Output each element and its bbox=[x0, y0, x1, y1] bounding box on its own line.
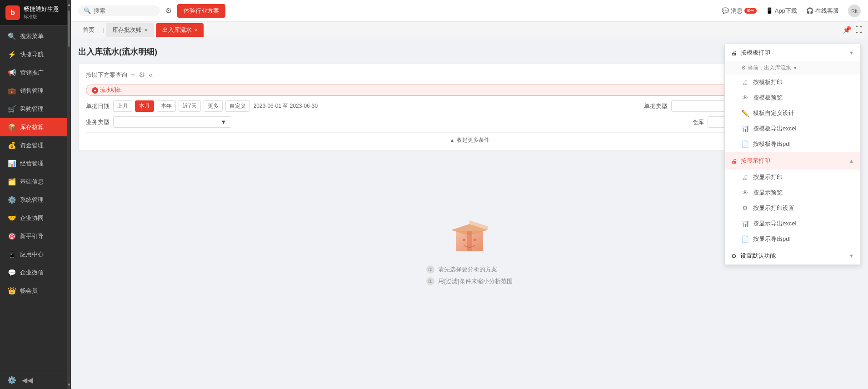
template-print-header[interactable]: 🖨 按模板打印 ▼ bbox=[725, 44, 860, 61]
sidebar-item-marketing[interactable]: 📢 营销推广 bbox=[0, 64, 67, 82]
sidebar-item-shortcut[interactable]: ⚡ 快捷导航 bbox=[0, 45, 67, 64]
display-preview-item[interactable]: 👁 按显示预览 bbox=[725, 185, 860, 200]
preview-icon-1: 👁 bbox=[741, 94, 748, 101]
sidebar-item-apps[interactable]: 📱 应用中心 bbox=[0, 245, 67, 264]
set-default-title: ⚙ 设置默认功能 bbox=[731, 252, 776, 260]
collapse-sidebar-icon[interactable]: ◀◀ bbox=[22, 376, 33, 384]
sidebar-item-guide[interactable]: 🎯 新手引导 bbox=[0, 227, 67, 245]
hint-num-1: ① bbox=[426, 265, 434, 274]
print-dropdown-panel: 🖨 按模板打印 ▼ ⚙ 当前：出入库流水 ▼ 🖨 按模板打印 👁 按模板预览 ✏… bbox=[724, 44, 861, 265]
message-item[interactable]: 💬 消息 99+ bbox=[722, 7, 757, 15]
sidebar-item-member[interactable]: 👑 畅会员 bbox=[0, 282, 67, 300]
expand-icon[interactable]: ⛶ bbox=[855, 26, 863, 34]
app-logo: b 畅捷通好生意 标准版 bbox=[0, 0, 67, 25]
system-icon: ⚙️ bbox=[7, 195, 16, 204]
sidebar-item-label-member: 畅会员 bbox=[20, 287, 38, 295]
collapse-filters-btn[interactable]: ▲ 收起更多条件 bbox=[449, 136, 489, 144]
finance-icon: 💰 bbox=[7, 141, 16, 150]
sidebar: b 畅捷通好生意 标准版 🔍 搜索菜单 ⚡ 快捷导航 📢 营销推广 💼 销售管理… bbox=[0, 0, 67, 389]
industry-btn[interactable]: 体验行业方案 bbox=[177, 4, 225, 18]
sidebar-scrollbar: ▲ ▼ bbox=[67, 0, 71, 389]
date-btn-more[interactable]: 更多 bbox=[204, 100, 223, 112]
date-btn-last-month[interactable]: 上月 bbox=[113, 100, 132, 112]
svg-point-5 bbox=[474, 239, 476, 241]
sidebar-item-label-marketing: 营销推广 bbox=[20, 69, 44, 77]
template-export-excel-item[interactable]: 📊 按模板导出excel bbox=[725, 121, 860, 136]
display-export-excel-item[interactable]: 📊 按显示导出excel bbox=[725, 216, 860, 231]
sidebar-item-label-search: 搜索菜单 bbox=[20, 32, 44, 40]
search-icon: 🔍 bbox=[84, 7, 91, 14]
close-tab-inventory-icon[interactable]: × bbox=[145, 27, 147, 33]
close-tab-inout-icon[interactable]: × bbox=[195, 27, 197, 33]
marketing-icon: 📢 bbox=[7, 68, 16, 77]
display-print-item[interactable]: 🖨 按显示打印 bbox=[725, 170, 860, 185]
user-avatar[interactable]: Rit bbox=[848, 5, 861, 17]
tab-inventory-batch[interactable]: 库存批次账 × bbox=[106, 23, 154, 37]
display-print-settings-item[interactable]: ⚙ 按显示打印设置 bbox=[725, 200, 860, 216]
template-design-item[interactable]: ✏️ 模板自定义设计 bbox=[725, 105, 860, 121]
sidebar-item-label-base: 基础信息 bbox=[20, 178, 44, 186]
sidebar-item-finance[interactable]: 💰 资金管理 bbox=[0, 136, 67, 155]
pdf-icon-2: 📄 bbox=[741, 235, 748, 243]
inventory-icon: 📦 bbox=[7, 123, 16, 132]
template-preview-item[interactable]: 👁 按模板预览 bbox=[725, 90, 860, 105]
filter-settings-icon[interactable]: ⚙ bbox=[139, 70, 145, 79]
sidebar-nav: 🔍 搜索菜单 ⚡ 快捷导航 📢 营销推广 💼 销售管理 🛒 采购管理 📦 库存核… bbox=[0, 25, 67, 371]
empty-state-icon bbox=[447, 213, 492, 258]
service-item[interactable]: 🎧 在线客服 bbox=[806, 7, 839, 15]
base-icon: 🗂️ bbox=[7, 177, 16, 186]
filter-collapse-icon[interactable]: « bbox=[149, 71, 153, 79]
excel-icon-2: 📊 bbox=[741, 220, 748, 227]
sidebar-item-system[interactable]: ⚙️ 系统管理 bbox=[0, 191, 67, 209]
date-btn-custom[interactable]: 自定义 bbox=[225, 100, 250, 112]
printer-icon-1: 🖨 bbox=[741, 79, 748, 86]
tab-inout-flow[interactable]: 出入库流水 × bbox=[156, 23, 204, 37]
sidebar-bottom: ⚙️ ◀◀ bbox=[0, 371, 67, 389]
sidebar-item-label-sales: 销售管理 bbox=[20, 87, 44, 95]
sidebar-item-inventory[interactable]: 📦 库存核算 bbox=[0, 118, 67, 136]
date-btn-7days[interactable]: 近7天 bbox=[179, 100, 201, 112]
sidebar-item-label-operations: 经营管理 bbox=[20, 160, 44, 168]
search-input[interactable] bbox=[94, 7, 148, 14]
topbar: 🔍 ⚙ 体验行业方案 💬 消息 99+ 📱 App下载 🎧 在线客服 Rit bbox=[71, 0, 868, 22]
business-type-select[interactable]: ▼ bbox=[113, 116, 231, 128]
display-print-header[interactable]: 🖨 按显示打印 ▲ bbox=[725, 152, 860, 170]
sidebar-item-operations[interactable]: 📊 经营管理 bbox=[0, 155, 67, 173]
current-chevron: ▼ bbox=[793, 65, 798, 70]
date-btn-this-year[interactable]: 本年 bbox=[157, 100, 176, 112]
set-default-header[interactable]: ⚙ 设置默认功能 ▼ bbox=[725, 247, 860, 264]
display-export-pdf-item[interactable]: 📄 按显示导出pdf bbox=[725, 231, 860, 247]
tab-home[interactable]: 首页 bbox=[76, 23, 101, 37]
set-default-chevron: ▼ bbox=[849, 253, 854, 259]
excel-icon-1: 📊 bbox=[741, 125, 748, 132]
template-print-item[interactable]: 🖨 按模板打印 bbox=[725, 75, 860, 90]
pin-tab-icon[interactable]: 📌 bbox=[843, 25, 852, 34]
svg-rect-3 bbox=[467, 231, 472, 251]
template-export-pdf-item[interactable]: 📄 按模板导出pdf bbox=[725, 136, 860, 152]
app-download-item[interactable]: 📱 App下载 bbox=[766, 7, 797, 15]
avatar-img: Rit bbox=[848, 5, 861, 17]
sidebar-item-search[interactable]: 🔍 搜索菜单 bbox=[0, 27, 67, 45]
headset-icon: 🎧 bbox=[806, 7, 813, 14]
sidebar-item-base[interactable]: 🗂️ 基础信息 bbox=[0, 173, 67, 191]
enterprise-icon: 🤝 bbox=[7, 214, 16, 223]
sidebar-item-label-inventory: 库存核算 bbox=[20, 123, 44, 131]
topbar-gear-icon[interactable]: ⚙ bbox=[165, 6, 172, 15]
search-icon: 🔍 bbox=[7, 32, 16, 41]
printer-icon-2: 🖨 bbox=[741, 174, 748, 181]
sidebar-item-enterprise[interactable]: 🤝 企业协同 bbox=[0, 209, 67, 227]
page-title: 出入库流水(流水明细) bbox=[78, 46, 157, 57]
date-btn-this-month[interactable]: 本月 bbox=[135, 100, 154, 112]
business-type-dropdown-icon: ▼ bbox=[220, 119, 226, 125]
sidebar-item-sales[interactable]: 💼 销售管理 bbox=[0, 82, 67, 100]
display-print-section: 🖨 按显示打印 ▲ 🖨 按显示打印 👁 按显示预览 ⚙ 按显示打印设置 📊 按显… bbox=[725, 152, 860, 247]
settings-bottom-icon[interactable]: ⚙️ bbox=[7, 376, 16, 384]
current-icon: ⚙ bbox=[741, 65, 746, 71]
sidebar-item-purchase[interactable]: 🛒 采购管理 bbox=[0, 100, 67, 118]
search-box[interactable]: 🔍 bbox=[78, 5, 160, 16]
sidebar-item-wechat[interactable]: 💬 企业微信 bbox=[0, 264, 67, 282]
filter-add-icon[interactable]: + bbox=[131, 71, 135, 79]
hint-item-2: ② 用[过滤]条件来缩小分析范围 bbox=[426, 277, 512, 285]
current-label: ⚙ 当前：出入库流水 ▼ bbox=[725, 61, 860, 75]
sidebar-item-label-shortcut: 快捷导航 bbox=[20, 50, 44, 59]
